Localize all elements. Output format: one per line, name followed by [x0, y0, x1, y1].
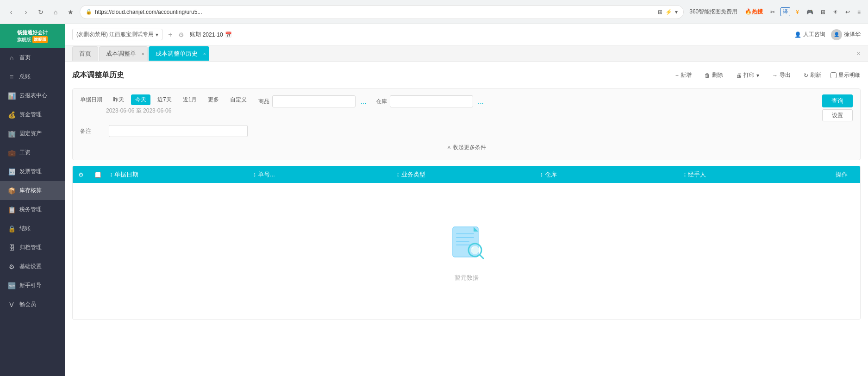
- sidebar-item-label-assets: 固定资产: [19, 130, 42, 138]
- sidebar-item-closing[interactable]: 🔒 结账: [0, 219, 65, 238]
- company-selector[interactable]: (勿删勿禁用) 江西服宝测试专用 ▾: [72, 29, 162, 40]
- sidebar-item-invoice[interactable]: 🧾 发票管理: [0, 162, 65, 181]
- sidebar-item-label-guide: 新手引导: [19, 282, 42, 289]
- favorite-button[interactable]: ★: [65, 6, 76, 18]
- menu-btn[interactable]: ≡: [856, 8, 862, 16]
- ssl-lock-icon: 🔒: [86, 9, 92, 15]
- product-more-btn[interactable]: ...: [358, 97, 368, 106]
- date-custom-btn[interactable]: 自定义: [226, 94, 251, 105]
- sidebar-item-label-invoice: 发票管理: [19, 168, 42, 175]
- sidebar-item-inventory[interactable]: 📦 库存核算: [0, 181, 65, 200]
- address-bar[interactable]: 🔒 https://cloud.chanjet.com/accounting/u…: [80, 5, 684, 19]
- user-info[interactable]: 👤 徐泽华: [831, 29, 861, 40]
- address-bar-dropdown[interactable]: ▾: [675, 9, 678, 15]
- calendar-icon: 📅: [225, 31, 232, 38]
- back-button[interactable]: ‹: [6, 6, 17, 18]
- sidebar-item-vip[interactable]: V 畅会员: [0, 295, 65, 314]
- th-handler-label: ↕ 经手人: [683, 170, 706, 179]
- date-filter-group: 昨天 今天 近7天 近1月 更多 自定义: [109, 94, 251, 105]
- period-selector[interactable]: 账期 2021-10 📅: [190, 31, 232, 38]
- translate-btn[interactable]: 译: [781, 7, 790, 16]
- warehouse-more-btn[interactable]: ...: [476, 97, 486, 106]
- sidebar-logo: 畅捷通好会计 旗舰版 旗舰版: [0, 24, 65, 48]
- tab-close-all-btn[interactable]: ×: [856, 50, 861, 58]
- warehouse-filter-label: 仓库: [376, 98, 387, 106]
- sidebar-item-settings[interactable]: ⚙ 基础设置: [0, 257, 65, 276]
- game-btn[interactable]: 🎮: [805, 8, 815, 16]
- filter-action-btns: 查询 设置: [822, 94, 853, 121]
- table-container: ⚙ ↕ 单据日期 ↕ 单号... ↕ 业务类型 ↕ 仓库: [72, 166, 861, 320]
- sidebar-item-tax[interactable]: 📋 税务管理: [0, 200, 65, 219]
- date-1month-btn[interactable]: 近1月: [179, 94, 201, 105]
- new-label: 新增: [681, 71, 692, 79]
- th-checkbox[interactable]: [89, 172, 106, 178]
- forward-button[interactable]: ›: [20, 6, 31, 18]
- delete-btn[interactable]: 🗑 删除: [701, 69, 727, 81]
- refresh-button[interactable]: ↻: [35, 6, 46, 18]
- sidebar-item-reports[interactable]: 📊 云报表中心: [0, 86, 65, 105]
- print-btn[interactable]: 🖨 打印 ▾: [732, 69, 763, 81]
- query-button[interactable]: 查询: [822, 94, 853, 107]
- svg-line-8: [480, 255, 483, 258]
- address-bar-lightning: ⚡: [665, 9, 672, 15]
- hot-search-label[interactable]: 🔥热搜: [743, 7, 765, 17]
- th-date[interactable]: ↕ 单据日期: [106, 170, 250, 179]
- sidebar-item-general-ledger[interactable]: ≡ 总账: [0, 67, 65, 86]
- vip-icon: V: [7, 301, 16, 308]
- add-company-btn[interactable]: +: [168, 31, 172, 39]
- brightness-btn[interactable]: ☀: [831, 8, 840, 16]
- th-action: 操作: [823, 170, 860, 179]
- sidebar-item-fund[interactable]: 💰 资金管理: [0, 105, 65, 124]
- undo-btn[interactable]: ↩: [843, 8, 852, 16]
- th-biz-type[interactable]: ↕ 业务类型: [393, 170, 537, 179]
- th-settings[interactable]: ⚙: [73, 171, 89, 178]
- export-btn[interactable]: → 导出: [768, 69, 794, 81]
- date-7days-btn[interactable]: 近7天: [153, 94, 176, 105]
- scissors-btn[interactable]: ✂: [768, 8, 777, 16]
- tab-cost-adjustment-close[interactable]: ×: [142, 51, 144, 56]
- sidebar-item-guide[interactable]: 🆕 新手引导: [0, 276, 65, 295]
- settings-icon: ⚙: [7, 263, 16, 270]
- new-btn[interactable]: + 新增: [672, 69, 695, 81]
- tab-home[interactable]: 首页: [72, 46, 98, 61]
- show-columns-check[interactable]: 显示明细: [831, 71, 861, 79]
- service-btn[interactable]: 👤 人工咨询: [794, 31, 825, 38]
- refresh-btn[interactable]: ↻ 刷新: [800, 69, 825, 81]
- th-warehouse[interactable]: ↕ 仓库: [536, 170, 680, 179]
- sidebar-item-salary[interactable]: 💼 工资: [0, 143, 65, 162]
- filter-settings-button[interactable]: 设置: [822, 109, 853, 121]
- sidebar-item-home[interactable]: ⌂ 首页: [0, 48, 65, 67]
- product-filter-input[interactable]: [272, 95, 356, 107]
- sidebar-item-archive[interactable]: 🗄 归档管理: [0, 238, 65, 257]
- sidebar-item-fixed-assets[interactable]: 🏢 固定资产: [0, 124, 65, 143]
- avatar-icon: 👤: [834, 32, 839, 37]
- user-name: 徐泽华: [844, 31, 861, 38]
- show-columns-checkbox[interactable]: [831, 72, 837, 78]
- th-date-label: ↕ 单据日期: [110, 170, 138, 179]
- delete-icon: 🗑: [705, 72, 710, 79]
- home-button[interactable]: ⌂: [50, 6, 61, 18]
- grid-btn[interactable]: ⊞: [819, 8, 827, 16]
- coupon-btn[interactable]: ¥: [794, 8, 801, 16]
- th-number[interactable]: ↕ 单号...: [250, 170, 393, 179]
- th-number-label: ↕ 单号...: [253, 170, 275, 179]
- filter-area: 单据日期 昨天 今天 近7天 近1月 更多 自定义 2023-06-: [72, 88, 861, 160]
- date-more-btn[interactable]: 更多: [204, 94, 223, 105]
- date-yesterday-btn[interactable]: 昨天: [109, 94, 128, 105]
- tab-cost-adjustment-history[interactable]: 成本调整单历史 ×: [149, 46, 209, 61]
- select-all-checkbox[interactable]: [95, 172, 101, 178]
- tab-cost-adjustment-history-label: 成本调整单历史: [156, 50, 198, 58]
- th-handler[interactable]: ↕ 经手人: [680, 170, 823, 179]
- delete-label: 删除: [712, 71, 723, 79]
- search-label[interactable]: 360智能抠图免费用: [687, 7, 739, 17]
- tab-home-label: 首页: [79, 50, 91, 58]
- sidebar-item-label-reports: 云报表中心: [19, 92, 47, 100]
- date-today-btn[interactable]: 今天: [131, 94, 150, 105]
- tab-cost-adjustment[interactable]: 成本调整单 ×: [99, 46, 148, 61]
- warehouse-filter-input[interactable]: [390, 95, 473, 107]
- tab-cost-adjustment-history-close[interactable]: ×: [203, 51, 206, 56]
- tab-bar: 首页 成本调整单 × 成本调整单历史 × ×: [65, 45, 868, 62]
- remark-filter-input[interactable]: [109, 125, 248, 137]
- collapse-bar[interactable]: ∧ 收起更多条件: [80, 141, 853, 154]
- topbar-settings-icon[interactable]: ⚙: [178, 31, 184, 38]
